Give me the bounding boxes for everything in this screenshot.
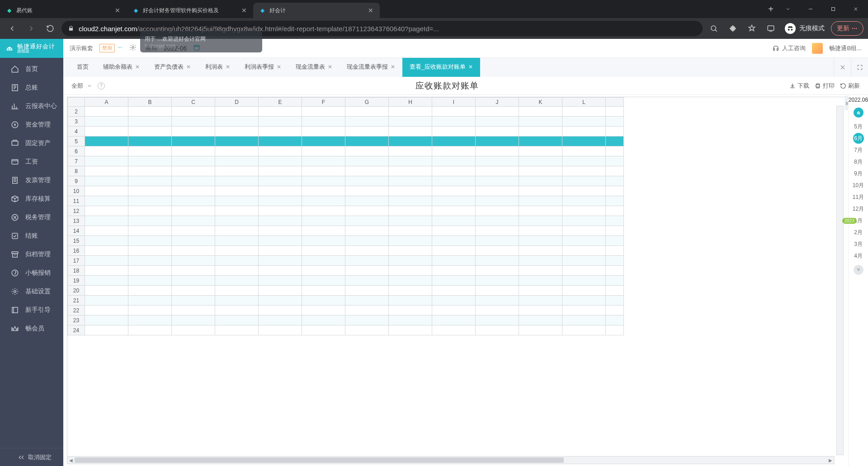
avatar[interactable] [812,43,823,54]
month-scroll-up[interactable] [854,108,863,118]
window-close[interactable] [845,2,866,16]
cell[interactable] [85,137,128,146]
cell[interactable] [259,176,302,186]
page-tab-close[interactable]: ✕ [277,64,281,70]
cell[interactable] [302,286,345,296]
cell[interactable] [432,117,476,127]
cell[interactable] [85,156,128,166]
cell[interactable] [432,276,476,286]
cell[interactable] [389,246,432,256]
cell[interactable] [345,276,389,286]
print-button[interactable]: 打印 [815,82,835,90]
cell[interactable] [172,127,215,137]
cell[interactable] [519,296,562,306]
cell[interactable] [128,325,172,335]
cell[interactable] [215,276,259,286]
cell[interactable] [215,325,259,335]
row-header[interactable]: 19 [68,276,85,286]
cell[interactable] [562,117,606,127]
cell[interactable] [302,146,345,156]
cell[interactable] [172,206,215,216]
cell[interactable] [302,176,345,186]
cell[interactable] [259,325,302,335]
cell[interactable] [172,186,215,196]
month-item[interactable]: 12月 [852,203,865,214]
cell[interactable] [128,296,172,306]
cell[interactable] [128,166,172,176]
cell[interactable] [476,117,519,127]
window-chevron-down[interactable] [778,2,798,16]
cell[interactable] [259,206,302,216]
cell[interactable] [389,266,432,276]
month-item[interactable]: 1月2023 [852,215,865,226]
cell[interactable] [85,107,128,117]
page-tab[interactable]: 首页 [70,58,96,77]
cell[interactable] [85,325,128,335]
page-tab-close[interactable]: ✕ [391,64,395,70]
cell[interactable] [562,196,606,206]
cell[interactable] [476,256,519,266]
new-tab-button[interactable]: + [764,2,778,16]
cell[interactable] [345,137,389,146]
cell[interactable] [215,226,259,236]
cell[interactable] [345,246,389,256]
cell[interactable] [128,286,172,296]
cell[interactable] [432,137,476,146]
month-item[interactable]: 7月 [852,145,865,155]
tab-close-button[interactable]: ✕ [241,7,247,14]
cell[interactable] [85,117,128,127]
cell[interactable] [259,236,302,246]
month-item[interactable]: 5月 [852,121,865,132]
cell[interactable] [215,206,259,216]
tab-close-button[interactable]: ✕ [115,7,120,14]
cell[interactable] [476,186,519,196]
cell[interactable] [476,146,519,156]
row-header[interactable]: 9 [68,176,85,186]
row-header[interactable]: 8 [68,166,85,176]
cell[interactable] [519,325,562,335]
cell[interactable] [519,226,562,236]
cell[interactable] [562,315,606,325]
cell[interactable] [259,286,302,296]
cell[interactable] [172,146,215,156]
cell[interactable] [562,266,606,276]
cell[interactable] [519,206,562,216]
cell[interactable] [432,176,476,186]
cell[interactable] [519,315,562,325]
cell[interactable] [128,315,172,325]
cell[interactable] [476,196,519,206]
cell[interactable] [302,325,345,335]
cell[interactable] [389,296,432,306]
window-minimize[interactable] [800,2,821,16]
grid-corner[interactable] [68,98,85,107]
cell[interactable] [128,186,172,196]
cell[interactable] [128,176,172,186]
row-header[interactable]: 7 [68,156,85,166]
row-header[interactable]: 18 [68,266,85,276]
cell[interactable] [562,296,606,306]
consult-link[interactable]: 人工咨询 [772,44,806,52]
cell[interactable] [128,107,172,117]
cell[interactable] [128,246,172,256]
cell[interactable] [562,146,606,156]
row-header[interactable]: 24 [68,325,85,335]
cell[interactable] [172,166,215,176]
sidebar-item-tax[interactable]: 税务管理 [0,208,63,226]
cell[interactable] [519,216,562,226]
spreadsheet-grid[interactable]: ABCDEFGHIJKL2345678910111213141516171819… [67,97,848,456]
cell[interactable] [519,256,562,266]
cell[interactable] [302,196,345,206]
cell[interactable] [128,196,172,206]
column-header[interactable]: L [562,98,606,107]
cell[interactable] [259,266,302,276]
bookmark-icon[interactable] [744,21,760,36]
column-header[interactable]: D [215,98,259,107]
cell[interactable] [345,166,389,176]
browser-tab[interactable]: ◆ 好会计财务管理软件购买价格及 ✕ [127,3,253,18]
sidebar-item-promo[interactable]: 小畅报销 [0,264,63,282]
browser-reload-button[interactable] [42,21,58,36]
cell[interactable] [432,216,476,226]
tab-close-button[interactable]: ✕ [368,7,373,14]
browser-tab[interactable]: ◆ 易代账 ✕ [0,3,127,18]
cell[interactable] [128,226,172,236]
